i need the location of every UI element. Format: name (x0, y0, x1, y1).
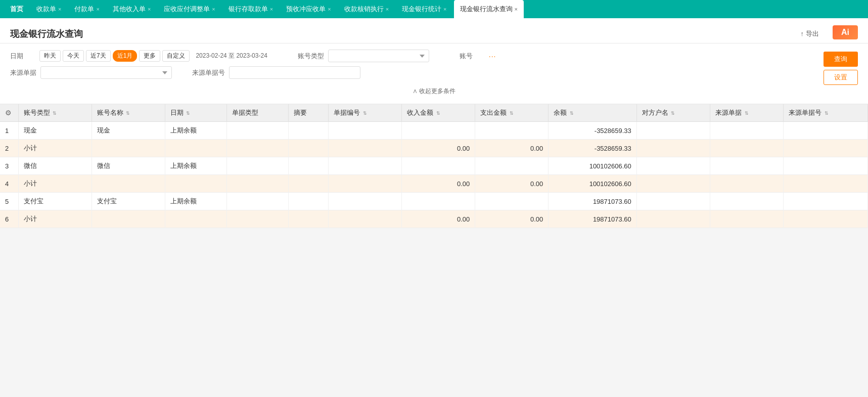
close-prepay-icon[interactable]: × (328, 0, 331, 18)
date-label: 日期 (10, 52, 35, 61)
col-balance-label: 余额 (554, 109, 567, 116)
source-doc-select[interactable] (40, 66, 172, 79)
col-expense-label: 支出金额 (480, 109, 507, 116)
row-account-name (92, 175, 165, 193)
row-source-doc (710, 122, 783, 140)
nav-tab-payment[interactable]: 付款单 × (68, 0, 105, 18)
row-source-doc-no (784, 175, 868, 193)
nav-tab-home-label: 首页 (10, 0, 23, 18)
row-doc-type (227, 175, 289, 193)
date-7days-btn[interactable]: 近7天 (86, 50, 111, 62)
row-income: 0.00 (402, 175, 475, 193)
account-dots-btn[interactable]: ··· (489, 52, 496, 60)
col-date[interactable]: 日期 ⇅ (165, 104, 226, 122)
settings-button[interactable]: 设置 (824, 70, 858, 85)
source-doc-no-input[interactable] (229, 66, 360, 79)
account-type-select[interactable] (328, 50, 429, 62)
row-balance: 100102606.60 (549, 175, 636, 193)
col-income[interactable]: 收入金额 ⇅ (402, 104, 475, 122)
date-yesterday-btn[interactable]: 昨天 (39, 50, 61, 62)
row-source-doc-no (784, 140, 868, 157)
query-button[interactable]: 查询 (824, 52, 858, 67)
row-source-doc-no (784, 210, 868, 228)
nav-tab-bank-flow[interactable]: 现金银行流水查询 × (454, 0, 524, 18)
row-expense (475, 193, 549, 210)
nav-tab-prepay-label: 预收冲应收单 (286, 0, 326, 18)
row-index: 2 (0, 140, 18, 157)
nav-tab-adjustment[interactable]: 应收应付调整单 × (158, 0, 221, 18)
col-counterpart[interactable]: 对方户名 ⇅ (636, 104, 710, 122)
source-doc-no-label: 来源单据号 (192, 68, 225, 77)
ai-badge[interactable]: Ai (833, 25, 858, 39)
collapse-icon: ∧ (413, 87, 418, 95)
nav-tab-bank-stats-label: 现金银行统计 (402, 0, 441, 18)
nav-tab-receipt[interactable]: 收款单 × (30, 0, 67, 18)
row-date: 上期余额 (165, 157, 226, 175)
table-row-subtotal: 6 小计 0.00 0.00 19871073.60 (0, 210, 868, 228)
date-custom-btn[interactable]: 自定义 (162, 50, 190, 62)
nav-tab-bank-stats[interactable]: 现金银行统计 × (396, 0, 452, 18)
col-summary-label: 摘要 (294, 109, 307, 116)
row-doc-type (227, 140, 289, 157)
nav-tab-other-income[interactable]: 其他收入单 × (107, 0, 157, 18)
row-index: 1 (0, 122, 18, 140)
col-account-name[interactable]: 账号名称 ⇅ (92, 104, 165, 122)
close-receipt-icon[interactable]: × (58, 0, 61, 18)
nav-tab-collection[interactable]: 收款核销执行 × (338, 0, 395, 18)
row-counterpart (636, 193, 710, 210)
date-1month-btn[interactable]: 近1月 (113, 50, 138, 62)
collapse-label: 收起更多条件 (419, 87, 455, 95)
row-summary (289, 175, 329, 193)
table-row-subtotal: 2 小计 0.00 0.00 -3528659.33 (0, 140, 868, 157)
filter-area: 日期 昨天 今天 近7天 近1月 更多 自定义 2023-02-24 至 202… (0, 43, 868, 104)
row-expense: 0.00 (475, 210, 549, 228)
gear-icon[interactable]: ⚙ (5, 109, 12, 117)
close-bank-flow-icon[interactable]: × (515, 0, 518, 18)
col-source-doc-no[interactable]: 来源单据号 ⇅ (784, 104, 868, 122)
close-other-income-icon[interactable]: × (148, 0, 151, 18)
col-account-type[interactable]: 账号类型 ⇅ (18, 104, 92, 122)
col-source-doc-no-label: 来源单据号 (789, 109, 821, 116)
sort-account-name-icon: ⇅ (126, 111, 130, 116)
right-buttons: 查询 设置 (824, 50, 858, 85)
export-button[interactable]: ↑ 导出 (797, 27, 824, 40)
row-doc-no (329, 193, 402, 210)
account-label: 账号 (460, 52, 485, 61)
date-more-btn[interactable]: 更多 (139, 50, 160, 62)
row-doc-no (329, 122, 402, 140)
col-source-doc[interactable]: 来源单据 ⇅ (710, 104, 783, 122)
collapse-bar[interactable]: ∧ 收起更多条件 (10, 85, 858, 98)
close-bank-deposit-icon[interactable]: × (270, 0, 273, 18)
row-summary (289, 210, 329, 228)
col-doc-type[interactable]: 单据类型 (227, 104, 289, 122)
sort-expense-icon: ⇅ (510, 111, 514, 116)
col-balance[interactable]: 余额 ⇅ (549, 104, 636, 122)
close-adjustment-icon[interactable]: × (212, 0, 215, 18)
col-doc-no[interactable]: 单据编号 ⇅ (329, 104, 402, 122)
nav-tab-bank-deposit-label: 银行存取款单 (229, 0, 268, 18)
sort-doc-no-icon: ⇅ (363, 111, 367, 116)
col-settings[interactable]: ⚙ (0, 104, 18, 122)
col-summary[interactable]: 摘要 (289, 104, 329, 122)
table-row: 5 支付宝 支付宝 上期余额 19871073.60 (0, 193, 868, 210)
row-account-name (92, 210, 165, 228)
close-bank-stats-icon[interactable]: × (443, 0, 446, 18)
sort-balance-icon: ⇅ (570, 111, 574, 116)
col-expense[interactable]: 支出金额 ⇅ (475, 104, 549, 122)
row-summary (289, 193, 329, 210)
header-actions: ↑ 导出 ↺ 刷新 Ai (797, 27, 858, 40)
nav-tab-payment-label: 付款单 (74, 0, 94, 18)
nav-tab-prepay[interactable]: 预收冲应收单 × (280, 0, 337, 18)
col-income-label: 收入金额 (407, 109, 433, 116)
row-account-type: 小计 (18, 210, 92, 228)
close-collection-icon[interactable]: × (386, 0, 389, 18)
date-today-btn[interactable]: 今天 (63, 50, 84, 62)
table-header: ⚙ 账号类型 ⇅ 账号名称 ⇅ 日期 ⇅ 单据类型 摘要 (0, 104, 868, 122)
nav-tab-bank-deposit[interactable]: 银行存取款单 × (222, 0, 279, 18)
page-header: 现金银行流水查询 ↑ 导出 ↺ 刷新 Ai (0, 18, 868, 43)
col-doc-type-label: 单据类型 (232, 109, 258, 116)
close-payment-icon[interactable]: × (96, 0, 99, 18)
nav-tab-home[interactable]: 首页 (4, 0, 29, 18)
nav-tab-receipt-label: 收款单 (36, 0, 56, 18)
row-source-doc-no (784, 157, 868, 175)
